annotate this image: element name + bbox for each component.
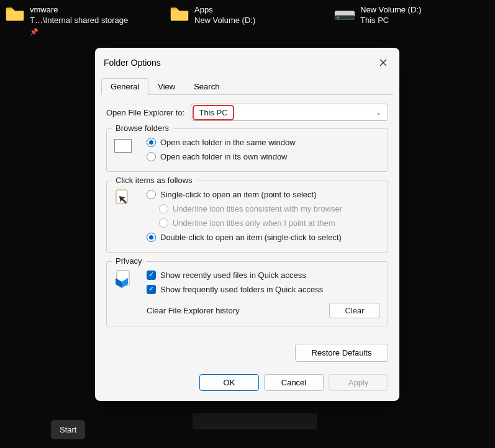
open-explorer-value: This PC (193, 105, 234, 120)
apply-button: Apply (329, 374, 388, 391)
desktop-item-title: New Volume (D:) (360, 5, 421, 16)
radio-icon (147, 138, 156, 147)
radio-icon (147, 152, 156, 161)
checkbox-icon (147, 271, 156, 280)
group-title: Privacy (112, 256, 146, 266)
desktop-item-vmware[interactable]: vmware T…\Internal shared storage 📌 (0, 2, 165, 38)
desktop-item-sub: T…\Internal shared storage (30, 16, 128, 26)
radio-own-window[interactable]: Open each folder in its own window (147, 150, 380, 164)
checkbox-label: Show recently used files in Quick access (160, 271, 306, 280)
desktop-item-sub: New Volume (D:) (194, 16, 255, 26)
radio-underline-consistent: Underline icon titles consistent with my… (159, 202, 380, 216)
chevron-down-icon: ⌄ (370, 109, 388, 117)
radio-label: Underline icon titles only when I point … (173, 218, 335, 228)
radio-double-click[interactable]: Double-click to open an item (single-cli… (147, 230, 380, 244)
drive-icon (334, 5, 355, 22)
radio-same-window[interactable]: Open each folder in the same window (147, 135, 380, 150)
dialog-titlebar: Folder Options (95, 48, 399, 74)
group-browse-folders: Browse folders Open each folder in the s… (106, 128, 388, 172)
radio-label: Open each folder in its own window (160, 152, 288, 161)
folder-options-dialog: Folder Options General View Search Open … (95, 48, 399, 401)
radio-underline-point: Underline icon titles only when I point … (159, 216, 380, 230)
radio-icon (159, 204, 168, 213)
radio-label: Open each folder in the same window (160, 138, 296, 147)
clear-history-label: Clear File Explorer history (147, 306, 240, 315)
tab-view[interactable]: View (148, 78, 184, 95)
start-button[interactable]: Start (51, 420, 85, 439)
group-title: Browse folders (112, 123, 173, 133)
click-items-icon (114, 187, 139, 208)
close-button[interactable] (375, 54, 392, 71)
desktop-item-sub: This PC (360, 16, 421, 26)
radio-icon (147, 190, 156, 199)
open-explorer-combo[interactable]: This PC ⌄ (191, 104, 388, 121)
radio-icon (159, 218, 168, 228)
group-privacy: Privacy Show recently used files in Quic… (106, 261, 388, 326)
browse-folders-icon (114, 135, 139, 153)
radio-label: Underline icon titles consistent with my… (173, 204, 342, 213)
desktop-item-title: vmware (30, 5, 128, 16)
radio-label: Single-click to open an item (point to s… (160, 190, 316, 199)
checkbox-label: Show frequently used folders in Quick ac… (160, 285, 323, 294)
desktop-shortcut-row: vmware T…\Internal shared storage 📌 Apps… (0, 0, 495, 38)
pin-icon: 📌 (30, 27, 128, 36)
desktop-item-drive[interactable]: New Volume (D:) This PC (329, 2, 494, 38)
group-click-items: Click items as follows Single-click to o… (106, 181, 388, 253)
folder-icon (5, 5, 25, 22)
dialog-content: Open File Explorer to: This PC ⌄ Browse … (95, 95, 399, 340)
background-element (193, 413, 317, 429)
desktop-item-title: Apps (194, 5, 255, 16)
svg-point-2 (337, 17, 339, 19)
radio-label: Double-click to open an item (single-cli… (160, 233, 342, 242)
tab-search[interactable]: Search (184, 78, 229, 95)
group-title: Click items as follows (112, 176, 196, 185)
privacy-icon (114, 268, 139, 290)
tab-general[interactable]: General (101, 78, 148, 95)
cancel-button[interactable]: Cancel (264, 374, 324, 391)
folder-icon (170, 5, 189, 22)
dialog-button-row: OK Cancel Apply (95, 362, 399, 401)
clear-button[interactable]: Clear (329, 303, 380, 318)
tab-strip: General View Search (101, 78, 393, 95)
checkbox-icon (147, 285, 156, 294)
radio-icon (147, 233, 156, 242)
checkbox-frequent-folders[interactable]: Show frequently used folders in Quick ac… (147, 282, 380, 297)
dialog-title: Folder Options (104, 58, 161, 68)
close-icon (379, 59, 387, 66)
open-explorer-label: Open File Explorer to: (106, 108, 184, 117)
desktop-item-apps[interactable]: Apps New Volume (D:) (165, 2, 329, 38)
radio-single-click[interactable]: Single-click to open an item (point to s… (147, 187, 380, 202)
checkbox-recent-files[interactable]: Show recently used files in Quick access (147, 268, 380, 282)
restore-defaults-button[interactable]: Restore Defaults (295, 344, 388, 362)
ok-button[interactable]: OK (199, 374, 259, 391)
